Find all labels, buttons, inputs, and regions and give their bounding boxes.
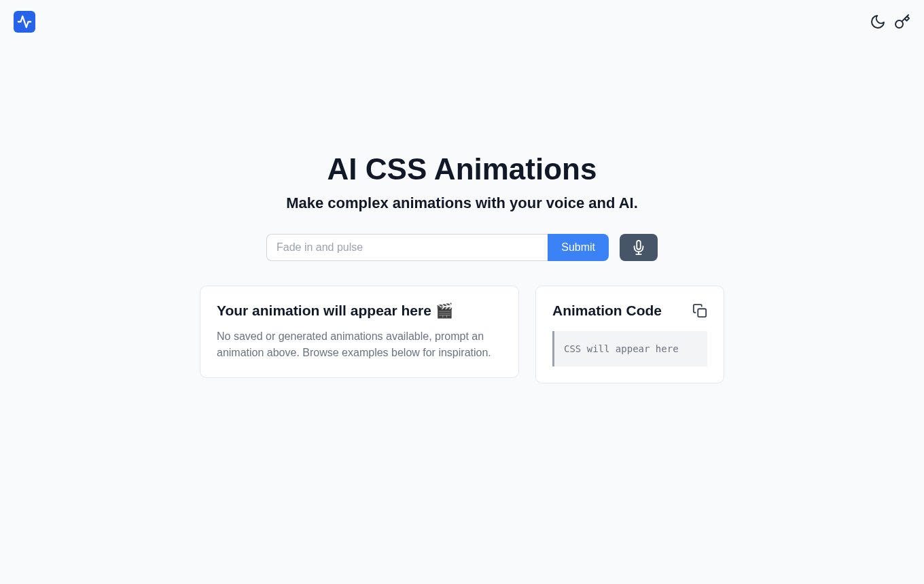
copy-icon[interactable] — [692, 303, 707, 318]
key-icon[interactable] — [894, 14, 910, 30]
activity-icon — [17, 14, 32, 29]
preview-panel-title: Your animation will appear here 🎬 — [217, 303, 502, 319]
preview-panel: Your animation will appear here 🎬 No sav… — [200, 286, 519, 378]
moon-icon[interactable] — [870, 14, 886, 30]
submit-button[interactable]: Submit — [548, 234, 609, 261]
header — [0, 0, 924, 44]
code-panel-header: Animation Code — [552, 303, 707, 319]
mic-button[interactable] — [620, 234, 658, 261]
mic-icon — [631, 240, 646, 255]
logo[interactable] — [14, 11, 35, 33]
code-panel: Animation Code CSS will appear here — [535, 286, 724, 383]
input-row: Submit — [190, 234, 734, 261]
code-panel-title: Animation Code — [552, 303, 662, 319]
input-group: Submit — [266, 234, 609, 261]
preview-panel-text: No saved or generated animations availab… — [217, 328, 502, 361]
svg-rect-2 — [698, 309, 706, 317]
main-content: AI CSS Animations Make complex animation… — [190, 44, 734, 383]
prompt-input[interactable] — [266, 234, 548, 261]
page-title: AI CSS Animations — [190, 152, 734, 186]
panels: Your animation will appear here 🎬 No sav… — [190, 286, 734, 383]
page-subtitle: Make complex animations with your voice … — [190, 194, 734, 212]
header-icons — [870, 14, 910, 30]
code-block: CSS will appear here — [552, 331, 707, 366]
